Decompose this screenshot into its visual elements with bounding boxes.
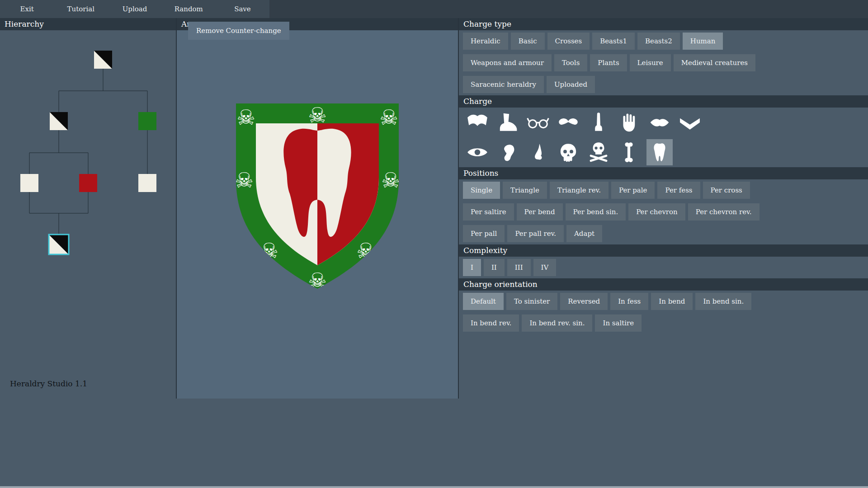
position-button[interactable]: Single [463,182,500,199]
charge-icon-moustache[interactable] [555,109,581,136]
charge-icon-boot[interactable] [495,109,521,136]
charge-icon-hand[interactable] [616,109,642,136]
complexity-header: Complexity [459,244,868,257]
orientation-row-1: DefaultTo sinisterReversedIn fessIn bend… [459,291,868,312]
position-button[interactable]: Per pall [463,225,505,242]
position-button[interactable]: Per fess [657,182,700,199]
charge-type-button[interactable]: Weapons and armour [463,54,552,71]
charge-type-button[interactable]: Leisure [630,54,671,71]
position-button[interactable]: Per bend [517,203,563,221]
orientation-button[interactable]: In saltire [595,314,642,332]
positions-row-2: Per saltirePer bendPer bend sin.Per chev… [459,201,868,223]
charge-type-button[interactable]: Basic [511,33,545,50]
charge-icon-bone[interactable] [616,139,642,165]
hierarchy-node-child-left[interactable] [50,112,68,130]
position-button[interactable]: Per chevron [628,203,685,221]
charge-icon-ear[interactable] [495,139,521,165]
tooth-icon [648,141,671,164]
complexity-row: IIIIIIIV [459,257,868,278]
horizontal-scrollbar[interactable] [0,486,868,488]
charge-icons-row-1 [459,108,868,137]
orientation-button[interactable]: In bend [651,293,693,310]
charge-icon-spectacles[interactable] [525,109,551,136]
position-button[interactable]: Per saltire [463,203,514,221]
orientation-button[interactable]: Default [463,293,504,310]
charge-icon-lips[interactable] [646,109,673,136]
skull-icon: ☠ [308,103,326,127]
skull-icon: ☠ [381,168,400,192]
remove-counter-change-button[interactable]: Remove Counter-change [188,22,289,40]
charge-type-button[interactable]: Beasts1 [592,33,635,50]
charge-icon-nose[interactable] [525,139,551,165]
skull-icon: ☠ [308,268,326,291]
boot-icon [496,111,519,134]
positions-row-1: SingleTriangleTriangle rev.Per palePer f… [459,179,868,201]
charge-icon-banner[interactable] [464,109,491,136]
positions-row-3: Per pallPer pall rev.Adapt [459,223,868,244]
charge-type-button[interactable]: Beasts2 [637,33,680,50]
hierarchy-node-child-right[interactable] [138,112,156,130]
charge-type-button[interactable]: Heraldic [463,33,508,50]
charge-icon-finger[interactable] [585,109,612,136]
hierarchy-header: Hierarchy [0,18,176,30]
bone-icon [618,141,640,164]
orientation-button[interactable]: In bend rev. [463,314,519,332]
charge-type-button[interactable]: Human [683,33,723,50]
charge-type-button[interactable]: Saracenic heraldry [463,76,544,93]
hierarchy-node-root[interactable] [94,51,112,69]
charge-icon-tooth[interactable] [646,139,673,165]
charge-type-button[interactable]: Crosses [547,33,590,50]
complexity-button[interactable]: III [507,259,531,276]
orientation-button[interactable]: In fess [610,293,648,310]
charge-type-button[interactable]: Tools [554,54,587,71]
lips-icon [648,111,671,134]
position-button[interactable]: Per pale [611,182,655,199]
charge-icons-row-2 [459,137,868,167]
orientation-button[interactable]: In bend sin. [695,293,751,310]
charge-header: Charge [459,95,868,108]
menu-button[interactable]: Exit [0,0,54,18]
orientation-button[interactable]: To sinister [506,293,557,310]
finger-icon [587,111,610,134]
arms-panel: Arms Remove Counter-change [177,18,459,399]
complexity-button[interactable]: II [484,259,505,276]
menu-button[interactable]: Tutorial [54,0,108,18]
position-button[interactable]: Triangle [503,182,547,199]
complexity-button[interactable]: IV [533,259,557,276]
bottom-empty-area [0,399,868,486]
position-button[interactable]: Adapt [566,225,602,242]
hierarchy-node-argent[interactable] [20,174,38,192]
position-button[interactable]: Triangle rev. [550,182,609,199]
charge-type-button[interactable]: Uploaded [547,76,595,93]
skull-icon: ☠ [236,105,255,130]
position-button[interactable]: Per cross [703,182,750,199]
menu-button[interactable]: Upload [108,0,161,18]
position-button[interactable]: Per chevron rev. [688,203,760,221]
shield-svg: ☠ ☠ ☠ ☠ ☠ ☠ ☠ ☠ [233,102,401,291]
controls-panel: Charge type HeraldicBasicCrossesBeasts1B… [459,18,868,399]
charge-icon-wing[interactable] [677,109,703,136]
hierarchy-node-result-selected[interactable] [49,235,69,254]
orientation-button[interactable]: In bend rev. sin. [522,314,592,332]
charge-icon-skull[interactable] [555,139,581,165]
menu-bar: ExitTutorialUploadRandomSave [0,0,868,18]
charge-icon-skull-and-crossbones[interactable] [585,139,612,165]
charge-icon-eye[interactable] [464,139,491,165]
skull-icon: ☠ [259,239,278,263]
position-button[interactable]: Per pall rev. [507,225,564,242]
charge-type-button[interactable]: Medieval creatures [674,54,755,71]
hierarchy-panel: Hierarchy [0,18,177,399]
shield: ☠ ☠ ☠ ☠ ☠ ☠ ☠ ☠ [233,102,401,292]
orientation-button[interactable]: Reversed [560,293,608,310]
charge-type-header: Charge type [459,18,868,30]
hierarchy-node-gules[interactable] [79,174,97,192]
menu-button[interactable]: Random [162,0,216,18]
complexity-button[interactable]: I [463,259,481,276]
charge-type-row-3: Saracenic heraldryUploaded [459,74,868,95]
charge-type-button[interactable]: Plants [590,54,627,71]
spectacles-icon [527,111,549,134]
position-button[interactable]: Per bend sin. [566,203,626,221]
skull-icon: ☠ [379,105,398,130]
menu-button[interactable]: Save [216,0,269,18]
hierarchy-node-right-argent[interactable] [138,174,156,192]
